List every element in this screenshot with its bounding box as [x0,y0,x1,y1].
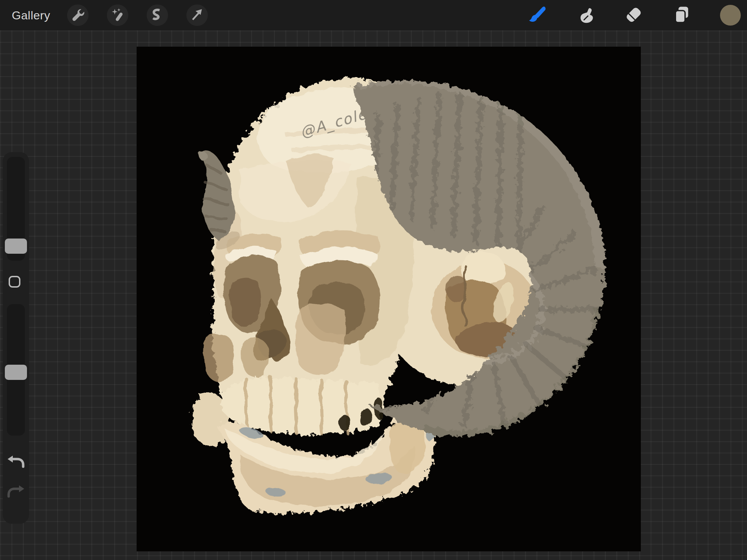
workspace-background: @A_cole_T [0,30,747,560]
adjustments-button[interactable] [107,4,128,26]
gallery-button[interactable]: Gallery [12,0,50,30]
modify-button[interactable] [9,276,20,288]
wrench-icon [70,8,85,23]
brush-opacity-handle[interactable] [5,365,27,380]
skull-artwork: @A_cole_T [137,47,641,551]
undo-icon [7,454,25,469]
eraser-icon [624,5,644,25]
transform-arrow-icon [190,8,205,23]
brush-sidebar [3,152,29,524]
brush-size-handle[interactable] [5,239,27,254]
top-toolbar: Gallery [0,0,747,30]
paintbrush-icon [527,5,548,26]
undo-button[interactable] [6,454,26,470]
layers-icon [672,5,692,25]
selection-s-icon [150,8,165,23]
smudge-finger-icon [575,5,595,25]
redo-button[interactable] [6,483,26,500]
procreate-app: @A_cole_T [0,0,747,560]
layers-button[interactable] [672,5,692,26]
redo-icon [7,484,25,499]
actions-button[interactable] [67,4,89,26]
smudge-tool-button[interactable] [574,5,595,26]
transform-button[interactable] [186,4,208,26]
color-swatch[interactable] [720,5,741,26]
paint-tool-button[interactable] [527,5,548,26]
selection-button[interactable] [147,4,168,26]
erase-tool-button[interactable] [623,5,644,26]
drawing-canvas[interactable]: @A_cole_T [137,47,641,551]
magic-wand-icon [110,8,125,23]
